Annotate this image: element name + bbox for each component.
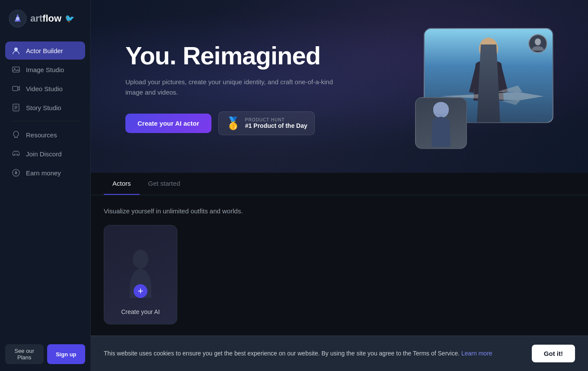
svg-point-2 [14,48,18,51]
svg-point-7 [15,153,16,154]
sign-up-button[interactable]: Sign up [47,344,86,364]
main-content: You. Reimagined Upload your pictures, cr… [91,0,588,371]
tab-actors[interactable]: Actors [104,173,140,195]
cookie-banner: This website uses cookies to ensure you … [91,336,588,371]
product-hunt-label: PRODUCT HUNT [245,117,307,122]
svg-point-16 [535,38,541,45]
person-silhouette-secondary [419,99,463,147]
tab-get-started[interactable]: Get started [140,173,189,195]
add-actor-button[interactable]: + [134,284,147,298]
product-hunt-value: #1 Product of the Day [245,122,307,129]
sidebar-item-video-studio[interactable]: Video Studio [5,79,85,98]
svg-rect-3 [13,67,19,72]
svg-rect-5 [13,86,18,91]
hero-secondary-image [415,97,467,149]
sidebar-item-actor-builder-label: Actor Builder [26,47,63,54]
sidebar-item-resources-label: Resources [26,131,57,139]
artflow-logo-icon [9,10,27,28]
svg-rect-13 [478,100,489,122]
create-actor-card[interactable]: + Create your AI [104,225,177,324]
sidebar-item-video-studio-label: Video Studio [26,85,63,92]
earn-money-icon [11,168,21,178]
story-studio-icon [11,103,21,112]
sidebar-item-discord-label: Join Discord [26,150,62,158]
hero-images [415,28,553,149]
product-hunt-badge: 🥇 PRODUCT HUNT #1 Product of the Day [218,111,315,135]
svg-point-4 [14,68,16,70]
hero-actions: Create your AI actor 🥇 PRODUCT HUNT #1 P… [125,111,350,135]
brand-name: artflow [30,13,61,24]
hero-avatar [528,34,547,53]
svg-point-1 [16,17,19,20]
brand-badge: 🐦 [65,14,74,23]
svg-point-8 [17,153,18,154]
logo-area: artflow 🐦 [0,0,90,37]
svg-rect-14 [489,100,500,122]
hero-text: You. Reimagined Upload your pictures, cr… [125,42,350,136]
avatar-silhouette [529,35,546,52]
hero-subtitle: Upload your pictures, create your unique… [125,77,350,98]
see-plans-button[interactable]: See our Plans [5,344,44,364]
svg-point-19 [133,250,148,269]
video-studio-icon [11,84,21,93]
sidebar-item-image-studio[interactable]: Image Studio [5,60,85,79]
actor-builder-icon [11,46,21,55]
resources-icon [11,130,21,140]
image-studio-icon [11,65,21,74]
got-it-button[interactable]: Got it! [532,345,575,362]
nav-divider [10,121,80,121]
sidebar-item-earn-money-label: Earn money [26,169,61,177]
sidebar-item-actor-builder[interactable]: Actor Builder [5,41,85,60]
create-actor-label: Create your AI [121,308,160,315]
sidebar-item-resources[interactable]: Resources [5,126,85,144]
svg-point-10 [479,38,498,60]
sidebar: artflow 🐦 Actor Builder Image Studio [0,0,91,371]
hero-section: You. Reimagined Upload your pictures, cr… [91,0,588,173]
sidebar-item-story-studio-label: Story Studio [26,104,61,111]
create-actor-button[interactable]: Create your AI actor [125,114,211,133]
svg-rect-12 [490,48,496,51]
sidebar-item-image-studio-label: Image Studio [26,66,64,73]
actors-grid: + Create your AI [104,225,575,324]
actors-subtitle: Visualize yourself in unlimited outfits … [104,207,575,215]
sidebar-item-join-discord[interactable]: Join Discord [5,145,85,163]
product-hunt-text: PRODUCT HUNT #1 Product of the Day [245,117,307,129]
sidebar-item-story-studio[interactable]: Story Studio [5,98,85,117]
cookie-text: This website uses cookies to ensure you … [104,349,492,358]
product-hunt-medal-icon: 🥇 [226,116,241,130]
sidebar-nav: Actor Builder Image Studio Video Studio [0,37,90,337]
hero-title: You. Reimagined [125,42,350,70]
discord-icon [11,149,21,159]
sidebar-item-earn-money[interactable]: Earn money [5,164,85,182]
svg-rect-11 [481,48,487,51]
sidebar-bottom: See our Plans Sign up [0,337,90,371]
learn-more-link[interactable]: Learn more [461,350,492,357]
tabs-bar: Actors Get started [91,173,588,195]
